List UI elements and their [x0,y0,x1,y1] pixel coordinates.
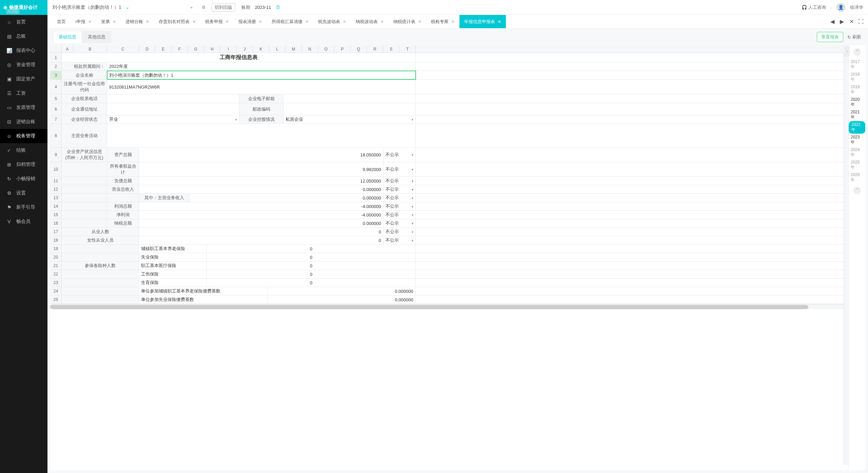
row-number[interactable]: 8 [50,124,62,147]
nav-vip[interactable]: V畅会员 [0,214,47,229]
publish-select[interactable]: 不公示 [383,228,416,236]
tab[interactable]: 税负波动表✕ [313,15,351,28]
col-header[interactable]: T [399,45,416,53]
switch-old-version-button[interactable]: 切到旧版 [212,3,235,12]
holding-select[interactable]: 私营企业 [283,115,416,124]
period-value[interactable]: 2022年度 [107,62,416,71]
publish-select[interactable]: 不公示 [383,162,416,176]
publish-select[interactable]: 不公示 [383,194,416,202]
fin-value[interactable]: 0.000000 [139,185,383,193]
year-option[interactable]: 2018年 [849,71,865,83]
publish-select[interactable]: 不公示 [383,219,416,227]
vertical-scrollbar[interactable] [844,53,848,465]
col-header[interactable]: R [367,45,383,53]
tab-prev-button[interactable]: ◀ [828,17,837,26]
year-option[interactable]: 2020年 [849,96,865,109]
col-header[interactable]: S [383,45,399,53]
row-number[interactable]: 4 [50,80,62,94]
col-header[interactable]: I [220,45,237,53]
account-selector[interactable]: 刘小艳演示账套（勿删勿动！）1 ⌄ [52,4,130,11]
publish-select[interactable]: 不公示 [383,236,416,244]
col-header[interactable]: Q [351,45,367,53]
col-header[interactable]: D [139,45,155,53]
tab[interactable]: 年报信息申报表✕ [459,15,506,28]
row-number[interactable]: 16 [50,219,62,227]
tab[interactable]: 报表清册✕ [234,15,267,28]
row-number[interactable]: 19 [50,245,62,253]
tab[interactable]: 首页 [52,15,71,28]
tab[interactable]: 税检专家✕ [426,15,459,28]
year-down-button[interactable]: ˅ [853,187,861,194]
tab[interactable]: 纳税统计表✕ [389,15,426,28]
close-icon[interactable]: ✕ [259,19,262,24]
row-number[interactable]: 10 [50,162,62,176]
row-number[interactable]: 5 [50,94,62,103]
company-name-cell[interactable]: 刘小艳演示账套（勿删勿动！）1 [107,71,416,79]
publish-select[interactable]: 不公示 [383,177,416,185]
mainbiz-value[interactable] [107,124,416,147]
col-header[interactable]: L [269,45,285,53]
row-number[interactable]: 25 [50,296,62,304]
row-number[interactable]: 3 [50,71,62,79]
nav-close[interactable]: ✓结账 [0,143,47,157]
tab[interactable]: ‹申报✕ [71,15,96,28]
publish-select[interactable]: 不公示 [383,148,416,162]
fullscreen-button[interactable]: ⛶ [856,17,865,26]
base-value[interactable]: 0.000000 [268,296,416,304]
col-header[interactable]: N [302,45,318,53]
tab[interactable]: 存货别名对照表✕ [154,15,200,28]
nav-assets[interactable]: ▣固定资产 [0,72,47,86]
fin-value[interactable]: -4.000000 [139,202,383,210]
spreadsheet[interactable]: ABCDEFGHIJKLMNOPQRST 1工商年报信息表2税款所属期间：202… [50,45,848,470]
close-icon[interactable]: ✕ [113,19,116,24]
horizontal-scrollbar[interactable] [50,304,848,309]
close-icon[interactable]: ✕ [498,19,501,24]
col-header[interactable]: E [155,45,172,53]
nav-salary[interactable]: ☰工资 [0,86,47,100]
nav-settings[interactable]: ⚙设置 [0,186,47,200]
user-name[interactable]: 徐泽华 [850,4,863,11]
reg-value[interactable]: 91320811MA7NGR2W6R [107,80,416,94]
row-number[interactable]: 11 [50,177,62,185]
year-option[interactable]: 2023年 [849,134,865,146]
col-header[interactable]: A [62,45,73,53]
calendar-icon[interactable]: 🗓 [276,5,280,10]
phone-value[interactable] [107,94,239,103]
row-number[interactable]: 1 [50,53,62,62]
tab[interactable]: 税务申报✕ [200,15,234,28]
nav-reports[interactable]: 📊报表中心 [0,43,47,58]
close-icon[interactable]: ✕ [225,19,229,24]
fin-value[interactable]: -4.000000 [139,211,383,219]
emp-value[interactable]: 0 [139,228,383,236]
nav-guide[interactable]: ⚑新手引导 [0,200,47,214]
row-number[interactable]: 24 [50,287,62,295]
tab[interactable]: 所得税汇算清缴✕ [267,15,313,28]
tab-next-button[interactable]: ▶ [837,17,846,26]
col-header[interactable]: P [334,45,351,53]
row-number[interactable]: 15 [50,211,62,219]
nav-pst[interactable]: ⊟进销台账 [0,115,47,129]
status-select[interactable]: 开业 [107,115,239,124]
year-option[interactable]: 2021年 [849,109,865,121]
publish-select[interactable]: 不公示 [383,211,416,219]
fin-value[interactable]: 12.050000 [139,177,383,185]
period-value[interactable]: 2023-11 [255,5,271,10]
col-header[interactable]: K [253,45,269,53]
col-header[interactable]: G [188,45,204,53]
col-header[interactable]: J [237,45,253,53]
nav-ledger[interactable]: ▤总账 [0,29,47,43]
base-value[interactable]: 0.000000 [268,287,416,295]
refresh-button[interactable]: ↻ 刷新 [847,34,861,40]
close-icon[interactable]: ✕ [88,19,92,24]
subtab-other[interactable]: 其他信息 [82,31,111,43]
year-option[interactable]: 2025年 [849,159,865,171]
year-option[interactable]: 2019年 [849,83,865,96]
row-number[interactable]: 13 [50,194,62,202]
tab[interactable]: 发票✕ [96,15,121,28]
tab[interactable]: 纳税波动表✕ [351,15,389,28]
ins-value[interactable]: 0 [207,245,416,253]
reset-report-button[interactable]: 重置报表 [817,32,843,42]
ins-value[interactable]: 0 [207,279,416,287]
nav-funds[interactable]: ◎资金管理 [0,58,47,72]
close-icon[interactable]: ✕ [418,19,421,24]
